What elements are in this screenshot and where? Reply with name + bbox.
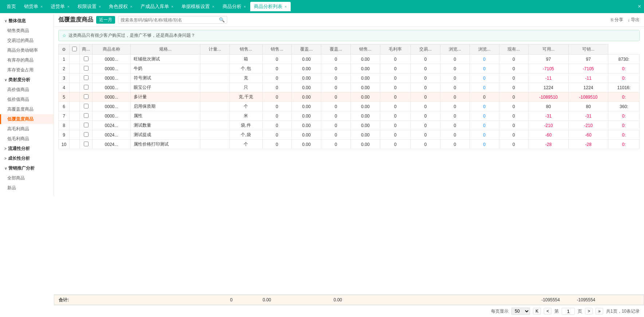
row-checkbox-cell[interactable] — [80, 55, 93, 64]
sidebar-item-high-value[interactable]: 高价值商品 — [0, 85, 54, 95]
close-tab-icon[interactable]: × — [130, 4, 132, 9]
sidebar-section-growth[interactable]: > 成长性分析 — [0, 154, 54, 163]
row-checkbox[interactable] — [84, 75, 89, 80]
sidebar-item-all-goods[interactable]: 全部商品 — [0, 173, 54, 183]
th-spec[interactable]: 规格... — [130, 44, 200, 55]
last-page-button[interactable]: » — [596, 308, 603, 314]
sidebar-item-new-goods[interactable]: 新品 — [0, 183, 54, 193]
row-browse1[interactable]: 0 — [470, 92, 499, 102]
close-tab-icon[interactable]: × — [284, 4, 287, 9]
window-close-button[interactable]: × — [638, 3, 641, 10]
row-checkbox-cell[interactable] — [80, 121, 93, 130]
nav-tab-purchase[interactable]: 进货单 × — [47, 2, 73, 11]
th-transaction[interactable]: 交易... — [411, 44, 440, 55]
row-checkbox-cell[interactable] — [80, 92, 93, 102]
row-browse1[interactable]: 0 — [470, 83, 499, 92]
nav-tab-sales[interactable]: 销货单 × — [20, 2, 46, 11]
close-tab-icon[interactable]: × — [67, 4, 69, 9]
sidebar-item-low-profit[interactable]: 低毛利商品 — [0, 134, 54, 144]
sidebar-item-category-rate[interactable]: 商品分类动销率 — [0, 45, 54, 55]
th-unit[interactable]: 计量... — [200, 44, 229, 55]
row-browse1[interactable]: 0 — [470, 74, 499, 83]
th-sales-qty[interactable]: 销售... — [229, 44, 262, 55]
th-name[interactable]: 商品名称 — [93, 44, 131, 55]
sidebar-item-traded-goods[interactable]: 交易过的商品 — [0, 36, 54, 45]
row-checkbox[interactable] — [84, 66, 89, 71]
th-available[interactable]: 可用... — [529, 44, 569, 55]
close-tab-icon[interactable]: × — [171, 4, 173, 9]
th-code[interactable]: 商... — [80, 44, 93, 55]
sidebar-section-coverage[interactable]: ∨ 类射度分析 — [0, 75, 54, 85]
search-input[interactable] — [121, 17, 217, 23]
row-cov2: 0.00 — [351, 111, 380, 121]
th-checkbox[interactable] — [70, 44, 80, 55]
row-cov2: 0.00 — [351, 102, 380, 111]
nav-tab-permissions[interactable]: 权限设置 × — [74, 2, 105, 11]
next-page-button[interactable]: > — [585, 308, 593, 314]
row-sales2: 0 — [380, 111, 411, 121]
row-browse1[interactable]: 0 — [470, 55, 499, 64]
search-icon[interactable]: 🔍 — [219, 17, 225, 23]
row-current: 97 — [529, 55, 569, 64]
sidebar-item-low-coverage[interactable]: 低覆盖度商品 — [0, 114, 54, 124]
row-checkbox[interactable] — [84, 104, 89, 108]
select-all-checkbox[interactable] — [72, 47, 77, 51]
row-checkbox-cell[interactable] — [80, 130, 93, 140]
sidebar-item-high-profit[interactable]: 高毛利商品 — [0, 124, 54, 134]
row-browse1[interactable]: 0 — [470, 111, 499, 121]
row-checkbox-cell[interactable] — [80, 83, 93, 92]
nav-tab-products[interactable]: 产成品入库单 × — [137, 2, 177, 11]
sidebar-section-marketing[interactable]: ∨ 营销推广分析 — [0, 163, 54, 173]
close-tab-icon[interactable]: × — [212, 4, 214, 9]
row-browse1[interactable]: 0 — [470, 121, 499, 130]
row-checkbox-cell[interactable] — [80, 102, 93, 111]
nav-tab-analysis[interactable]: 商品分析 × — [219, 2, 250, 11]
th-browse2[interactable]: 浏览... — [470, 44, 499, 55]
row-checkbox[interactable] — [84, 94, 89, 99]
th-coverage1[interactable]: 覆盖... — [292, 44, 321, 55]
nav-tab-analysis-list[interactable]: 商品分析列表 × — [250, 2, 290, 11]
row-browse1[interactable]: 0 — [470, 64, 499, 74]
close-tab-icon[interactable]: × — [40, 4, 43, 9]
th-current[interactable]: 现有... — [499, 44, 529, 55]
th-sales2[interactable]: 销售... — [351, 44, 380, 55]
row-checkbox-cell[interactable] — [80, 111, 93, 121]
export-button[interactable]: ↓ 导出 — [628, 17, 640, 23]
sidebar-section-liquidity[interactable]: > 流通性分析 — [0, 144, 54, 154]
nav-tab-templates[interactable]: 单据模板设置 × — [178, 2, 218, 11]
row-checkbox-cell[interactable] — [80, 64, 93, 74]
nav-home[interactable]: 首页 — [3, 2, 20, 11]
th-sellable[interactable]: 可销... — [568, 44, 608, 55]
sidebar-item-capital[interactable]: 库存资金占用 — [0, 65, 54, 75]
first-page-button[interactable]: K — [533, 308, 541, 314]
sidebar-item-stock-goods[interactable]: 有库存的商品 — [0, 55, 54, 65]
row-checkbox[interactable] — [84, 113, 89, 118]
nav-tab-roles[interactable]: 角色授权 × — [105, 2, 136, 11]
th-browse1[interactable]: 浏览... — [440, 44, 470, 55]
share-button[interactable]: ⎘ 分享 — [611, 17, 623, 23]
close-tab-icon[interactable]: × — [244, 4, 246, 9]
page-size-select[interactable]: 50 20 100 200 — [511, 308, 530, 315]
sidebar-item-sales-goods[interactable]: 销售类商品 — [0, 26, 54, 36]
row-checkbox[interactable] — [84, 123, 89, 127]
row-checkbox[interactable] — [84, 56, 89, 61]
th-settings[interactable]: ⚙ — [59, 44, 70, 55]
row-checkbox[interactable] — [84, 132, 89, 137]
row-checkbox[interactable] — [84, 142, 89, 146]
sidebar-item-high-coverage[interactable]: 高覆盖度商品 — [0, 104, 54, 114]
prev-page-button[interactable]: < — [544, 308, 551, 314]
row-checkbox-cell[interactable] — [80, 74, 93, 83]
sidebar-section-overall[interactable]: ∨ 整体信息 — [0, 16, 54, 26]
th-sales-amt[interactable]: 销售... — [262, 44, 292, 55]
th-gross-rate[interactable]: 毛利率 — [380, 44, 411, 55]
row-checkbox-cell[interactable] — [80, 140, 93, 149]
page-number-input[interactable] — [562, 308, 575, 315]
row-browse1[interactable]: 0 — [470, 130, 499, 140]
period-button[interactable]: 近一月 — [96, 16, 115, 24]
sidebar-item-low-value[interactable]: 低价值商品 — [0, 95, 54, 104]
close-tab-icon[interactable]: × — [99, 4, 101, 9]
th-coverage2[interactable]: 覆盖... — [321, 44, 351, 55]
row-checkbox[interactable] — [84, 85, 89, 90]
row-browse1[interactable]: 0 — [470, 140, 499, 149]
row-browse1[interactable]: 0 — [470, 102, 499, 111]
